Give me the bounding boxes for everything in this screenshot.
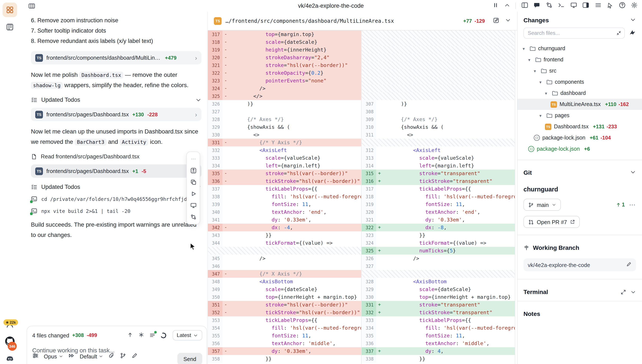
- diff-line-right-312: 312 <AxisLeft: [362, 146, 515, 154]
- updated-todos-row[interactable]: Updated Todos: [31, 96, 201, 103]
- diff-sign: [376, 208, 383, 216]
- run-button[interactable]: [188, 188, 199, 200]
- version-select[interactable]: Latest: [172, 330, 202, 340]
- file-change-chip[interactable]: TS frontend/src/pages/Dashboard.tsx +130…: [31, 108, 201, 121]
- git-section-header[interactable]: Git: [517, 167, 642, 178]
- diff-line-right-321: 321 dy: '0.33em',: [362, 216, 515, 224]
- view-changes-button[interactable]: [188, 165, 199, 176]
- tree-item-dashboard[interactable]: ▾dashboard: [517, 88, 642, 99]
- file-change-chip-selected[interactable]: TS frontend/src/pages/Dashboard.tsx +1 -…: [31, 164, 201, 178]
- working-branch-name: vk/4e2a-explore-the-code: [528, 262, 623, 268]
- diff-line-left-322: 322- strokeOpacity={0.2}: [208, 69, 361, 77]
- layout-columns-button[interactable]: [28, 2, 35, 9]
- scroll-to-top-button[interactable]: [127, 332, 133, 339]
- input-settings-button[interactable]: [32, 352, 39, 360]
- diff-line-left-340: 340 textAnchor: 'end',: [208, 208, 361, 216]
- board-view-button[interactable]: [3, 20, 17, 34]
- line-number: 339: [208, 200, 222, 208]
- updated-todos-row[interactable]: Updated Todos: [31, 184, 201, 190]
- collapse-diff-button[interactable]: [505, 17, 511, 24]
- diff-sign: +: [376, 177, 383, 185]
- ahead-count[interactable]: 1: [616, 202, 625, 208]
- terminal-view-button[interactable]: [558, 2, 565, 10]
- menu-button[interactable]: [594, 2, 601, 10]
- line-number: 322: [362, 224, 376, 231]
- tree-item-package-lock-json[interactable]: {}package-lock.json+6: [517, 143, 642, 154]
- assistant-toggle-button[interactable]: [629, 29, 636, 37]
- preview-view-button[interactable]: [570, 2, 577, 10]
- diff-view-options-button[interactable]: [493, 17, 499, 25]
- rename-branch-button[interactable]: [626, 262, 632, 268]
- compare-button[interactable]: [188, 211, 199, 223]
- app-home-button[interactable]: [3, 2, 17, 17]
- chevron-down-icon: ▾: [523, 46, 527, 51]
- more-actions-button[interactable]: [188, 153, 199, 165]
- copy-button[interactable]: [188, 176, 199, 188]
- notes-section-header[interactable]: Notes: [517, 308, 642, 319]
- inline-code: BarChart3: [75, 139, 107, 146]
- model-select[interactable]: Opus: [44, 353, 63, 360]
- expand-icon[interactable]: [620, 289, 626, 295]
- diff-line-right: [362, 62, 515, 69]
- search-files-input[interactable]: [528, 30, 614, 36]
- paperclip-icon: [108, 352, 115, 359]
- diff-line-right-317: 317 tickLabelProps={{: [362, 185, 515, 193]
- tree-item-dashboard-tsx[interactable]: TSDashboard.tsx+131-233: [517, 121, 642, 132]
- pointer-mode-button[interactable]: [607, 2, 613, 10]
- terminal-command-row[interactable]: npx vite build 2>&1 | tail -20: [31, 208, 201, 214]
- line-number: 322: [208, 69, 222, 77]
- tree-item-frontend[interactable]: ▾frontend: [517, 54, 642, 65]
- success-dot: [30, 200, 33, 203]
- send-button[interactable]: Send: [177, 353, 202, 364]
- diff-sign: -: [222, 92, 229, 100]
- toggle-left-panel-button[interactable]: [521, 2, 528, 10]
- tree-item-src[interactable]: ▾src: [517, 65, 642, 76]
- discord-link[interactable]: [5, 354, 15, 364]
- line-number: 321: [362, 216, 376, 224]
- read-file-row[interactable]: Read frontend/src/pages/Dashboard.tsx: [31, 153, 201, 160]
- git-more-button[interactable]: ⋯: [629, 201, 636, 208]
- diff-line-right-315: 315+ stroke="transparent": [362, 170, 515, 177]
- attach-button[interactable]: [108, 352, 115, 360]
- tree-item-multilinearea-tsx[interactable]: TSMultiLineArea.tsx+110-162: [517, 99, 642, 110]
- monitor-icon: [570, 2, 577, 8]
- branch-row: main 1 ⋯: [517, 199, 642, 211]
- compact-context-button[interactable]: [138, 332, 144, 339]
- branch-select[interactable]: main: [523, 199, 561, 211]
- code-text: scale={dateScale}: [383, 286, 515, 293]
- tree-item-components[interactable]: ▾components: [517, 76, 642, 88]
- inline-code: Dashboard.tsx: [79, 72, 123, 78]
- code-text: tickStroke="transparent": [383, 309, 515, 316]
- diff-line-right-325: 325+ numTicks={5}: [362, 247, 515, 254]
- tree-item-churnguard[interactable]: ▾churnguard: [517, 43, 642, 54]
- tree-item-package-lock-json[interactable]: {}package-lock.json+61-104: [517, 132, 642, 143]
- terminal-section-header[interactable]: Terminal: [517, 286, 642, 298]
- preview-button[interactable]: [188, 200, 199, 211]
- help-button[interactable]: [618, 2, 625, 10]
- chat-view-button[interactable]: [533, 2, 540, 10]
- added-lines: +6: [584, 146, 590, 152]
- pause-button[interactable]: [492, 2, 499, 10]
- branch-from-here-button[interactable]: [120, 352, 126, 360]
- diff-sign: [222, 332, 229, 340]
- terminal-command-row[interactable]: cd /private/var/folders/10/h7w0q46556ggr…: [31, 196, 201, 202]
- open-pr-button[interactable]: Open PR #7: [523, 216, 580, 228]
- mode-select[interactable]: Default: [80, 353, 103, 360]
- diff-line-right: [362, 270, 515, 278]
- code-text: [383, 108, 515, 116]
- collapse-all-icon[interactable]: [616, 30, 621, 36]
- fast-forward-button[interactable]: [68, 352, 75, 360]
- collapse-button[interactable]: [504, 2, 510, 10]
- arrow-up-icon: [616, 202, 621, 207]
- files-changed-row[interactable]: 4 files changed +308 -499 Latest: [27, 326, 207, 340]
- file-change-chip[interactable]: TS frontend/src/components/dashboard/Mul…: [31, 51, 201, 64]
- todos-status-button[interactable]: [149, 332, 155, 338]
- tree-item-pages[interactable]: ▾pages: [517, 110, 642, 121]
- settings-button[interactable]: [631, 2, 638, 10]
- toggle-right-panel-button[interactable]: [582, 2, 589, 10]
- line-number: 332: [362, 309, 376, 316]
- edit-prompt-button[interactable]: [131, 352, 138, 360]
- changes-section-header[interactable]: Changes: [517, 14, 642, 26]
- diff-view-button[interactable]: [546, 2, 552, 10]
- code-text: tickLabelProps={{: [383, 185, 515, 193]
